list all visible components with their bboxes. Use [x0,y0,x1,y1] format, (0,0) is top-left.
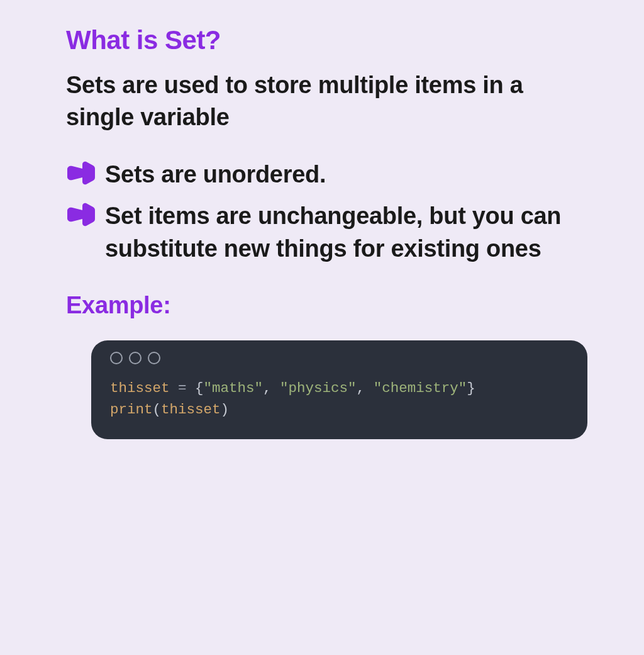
window-dot-icon [148,352,160,364]
code-token-operator: = [170,380,196,396]
code-token-variable: thisset [110,380,170,396]
code-token-string: "chemistry" [374,380,467,396]
code-content: thisset = {"maths", "physics", "chemistr… [110,378,569,421]
pointing-hand-icon [66,202,95,227]
code-token-string: "maths" [204,380,264,396]
code-token-string: "physics" [280,380,357,396]
bullet-list: Sets are unordered. Set items are unchan… [66,158,581,266]
intro-text: Sets are used to store multiple items in… [66,69,581,134]
section-heading: What is Set? [66,25,581,55]
code-token-comma: , [263,380,280,396]
window-dot-icon [129,352,142,364]
code-token-paren: ) [221,401,230,418]
code-token-variable: thisset [161,401,221,418]
code-token-brace: } [467,380,475,396]
bullet-text: Set items are unchangeable, but you can … [105,199,581,266]
example-heading: Example: [66,292,581,319]
window-controls [110,352,569,364]
code-token-brace: { [195,380,204,396]
bullet-item: Sets are unordered. [66,158,581,191]
code-token-paren: ( [153,401,162,418]
window-dot-icon [110,352,123,364]
pointing-hand-icon [66,160,95,186]
code-token-function: print [110,401,153,418]
bullet-item: Set items are unchangeable, but you can … [66,199,581,266]
code-token-comma: , [357,380,374,396]
code-block: thisset = {"maths", "physics", "chemistr… [91,340,587,440]
bullet-text: Sets are unordered. [105,158,326,191]
